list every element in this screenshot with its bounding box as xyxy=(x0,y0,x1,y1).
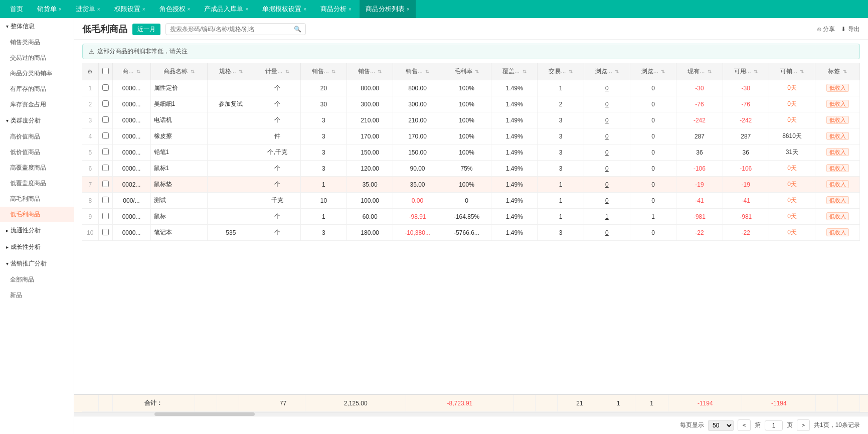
sidebar-item-category-rate[interactable]: 商品分类助销率 xyxy=(0,66,74,81)
sidebar-item-high-margin[interactable]: 高毛利商品 xyxy=(0,191,74,207)
col-saleable-stock[interactable]: 可销... ⇅ xyxy=(769,63,815,80)
row-checkbox[interactable] xyxy=(102,100,109,107)
row-checkbox-cell[interactable] xyxy=(98,128,112,144)
nav-product-entry[interactable]: 产成品入库单 × xyxy=(198,0,254,18)
nav-close-purchase[interactable]: × xyxy=(97,7,100,12)
sidebar-item-high-coverage[interactable]: 高覆盖度商品 xyxy=(0,160,74,176)
sidebar-item-low-coverage[interactable]: 低覆盖度商品 xyxy=(0,176,74,191)
row-checkbox-cell[interactable] xyxy=(98,144,112,161)
sidebar-item-capital[interactable]: 库存资金占用 xyxy=(0,97,74,112)
row-checkbox-cell[interactable] xyxy=(98,193,112,209)
row-gross-rate: 0 xyxy=(442,193,491,209)
row-checkbox[interactable] xyxy=(102,84,109,91)
col-gross-rate[interactable]: 毛利率 ⇅ xyxy=(442,63,491,80)
search-box[interactable]: 🔍 xyxy=(165,23,306,35)
row-checkbox-cell[interactable] xyxy=(98,161,112,177)
row-checkbox[interactable] xyxy=(102,197,109,203)
nav-product-analysis[interactable]: 商品分析 × xyxy=(314,0,358,18)
row-view1[interactable]: 0 xyxy=(584,225,630,241)
nav-close-sales[interactable]: × xyxy=(59,7,62,12)
col-trade-count[interactable]: 交易... ⇅ xyxy=(538,63,584,80)
sidebar-item-in-stock[interactable]: 有库存的商品 xyxy=(0,81,74,97)
next-page-button[interactable]: ＞ xyxy=(797,419,810,431)
col-sales-amt[interactable]: 销售... ⇅ xyxy=(347,63,393,80)
col-view2[interactable]: 浏览... ⇅ xyxy=(630,63,676,80)
row-view1[interactable]: 0 xyxy=(584,112,630,128)
row-checkbox[interactable] xyxy=(102,116,109,123)
col-coverage[interactable]: 覆盖... ⇅ xyxy=(491,63,538,80)
sidebar-section-growth[interactable]: ▸ 成长性分析 xyxy=(0,239,74,255)
col-checkbox[interactable] xyxy=(98,63,112,80)
sidebar-section-liquidity[interactable]: ▸ 流通性分析 xyxy=(0,222,74,239)
page-number-input[interactable] xyxy=(765,420,783,430)
col-available-stock[interactable]: 可用... ⇅ xyxy=(723,63,769,80)
nav-analysis-list[interactable]: 商品分析列表 × xyxy=(360,0,416,18)
row-view1[interactable]: 1 xyxy=(584,209,630,225)
row-view1[interactable]: 0 xyxy=(584,80,630,96)
row-checkbox[interactable] xyxy=(102,132,109,139)
sidebar-item-new-products[interactable]: 新品 xyxy=(0,287,74,303)
scrollbar-thumb[interactable] xyxy=(154,412,255,416)
sidebar-item-low-margin[interactable]: 低毛利商品 xyxy=(0,207,74,222)
row-checkbox-cell[interactable] xyxy=(98,80,112,96)
col-settings[interactable]: ⚙ xyxy=(82,63,98,80)
col-spec[interactable]: 规格... ⇅ xyxy=(208,63,254,80)
col-tag[interactable]: 标签 ⇅ xyxy=(815,63,860,80)
sidebar-item-traded[interactable]: 交易过的商品 xyxy=(0,50,74,66)
col-unit[interactable]: 计量... ⇅ xyxy=(254,63,300,80)
search-icon[interactable]: 🔍 xyxy=(294,26,301,33)
nav-close-analysis-list[interactable]: × xyxy=(407,7,410,12)
col-sales-qty[interactable]: 销售... ⇅ xyxy=(300,63,346,80)
col-name[interactable]: 商品名称 ⇅ xyxy=(150,63,208,80)
prev-page-button[interactable]: ＜ xyxy=(738,419,751,431)
col-sales-profit[interactable]: 销售... ⇅ xyxy=(393,63,442,80)
nav-close-template[interactable]: × xyxy=(303,7,306,12)
row-checkbox[interactable] xyxy=(102,213,109,219)
share-button[interactable]: ⎋ 分享 xyxy=(817,25,835,34)
row-checkbox[interactable] xyxy=(102,165,109,171)
row-name: 测试 xyxy=(150,193,208,209)
row-checkbox[interactable] xyxy=(102,181,109,187)
search-input[interactable] xyxy=(170,26,291,33)
nav-purchase-order[interactable]: 进货单 × xyxy=(70,0,106,18)
sidebar-item-low-value[interactable]: 低价值商品 xyxy=(0,144,74,160)
nav-permission[interactable]: 权限设置 × xyxy=(108,0,151,18)
nav-role-auth[interactable]: 角色授权 × xyxy=(153,0,197,18)
nav-template-settings[interactable]: 单据模板设置 × xyxy=(256,0,312,18)
row-checkbox-cell[interactable] xyxy=(98,177,112,193)
sidebar-section-marketing[interactable]: ▾ 营销推广分析 xyxy=(0,255,74,272)
col-code[interactable]: 商... ⇅ xyxy=(112,63,150,80)
row-view1[interactable]: 0 xyxy=(584,128,630,144)
sidebar-item-sales-category[interactable]: 销售类商品 xyxy=(0,35,74,50)
row-checkbox[interactable] xyxy=(102,229,109,235)
row-checkbox-cell[interactable] xyxy=(98,225,112,241)
horizontal-scrollbar[interactable] xyxy=(74,412,868,416)
row-checkbox[interactable] xyxy=(102,149,109,155)
col-current-stock[interactable]: 现有... ⇅ xyxy=(676,63,723,80)
nav-sales-order[interactable]: 销货单 × xyxy=(31,0,68,18)
row-view1[interactable]: 0 xyxy=(584,177,630,193)
nav-home[interactable]: 首页 xyxy=(4,0,29,18)
page-size-select[interactable]: 50 100 200 xyxy=(708,420,734,431)
col-view1[interactable]: 浏览... ⇅ xyxy=(584,63,630,80)
row-checkbox-cell[interactable] xyxy=(98,112,112,128)
row-view2: 0 xyxy=(630,112,676,128)
sidebar-item-all-products[interactable]: 全部商品 xyxy=(0,272,74,287)
sidebar-item-high-value[interactable]: 高价值商品 xyxy=(0,129,74,144)
row-view1[interactable]: 0 xyxy=(584,144,630,161)
nav-close-role[interactable]: × xyxy=(188,7,191,12)
row-checkbox-cell[interactable] xyxy=(98,96,112,112)
row-view1[interactable]: 0 xyxy=(584,96,630,112)
row-checkbox-cell[interactable] xyxy=(98,209,112,225)
select-all-checkbox[interactable] xyxy=(102,68,109,74)
row-view1[interactable]: 0 xyxy=(584,193,630,209)
row-view1[interactable]: 0 xyxy=(584,161,630,177)
nav-close-permission[interactable]: × xyxy=(142,7,145,12)
filter-period-button[interactable]: 近一月 xyxy=(132,24,160,35)
sidebar-section-cluster[interactable]: ▾ 类群度分析 xyxy=(0,112,74,129)
nav-close-product-entry[interactable]: × xyxy=(245,7,248,12)
table-container[interactable]: ⚙ 商... ⇅ 商品名称 ⇅ 规格... ⇅ 计量... ⇅ 销售... ⇅ … xyxy=(74,63,868,394)
export-button[interactable]: ⬇ 导出 xyxy=(841,25,860,34)
nav-close-analysis[interactable]: × xyxy=(349,7,352,12)
sidebar-section-overall[interactable]: ▾ 整体信息 xyxy=(0,18,74,35)
